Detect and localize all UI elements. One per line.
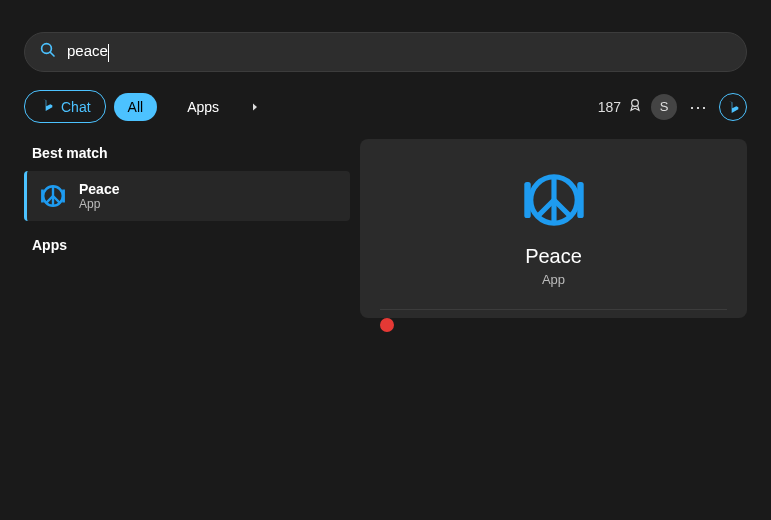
svg-rect-8 xyxy=(62,190,65,203)
detail-panel: Peace App xyxy=(360,139,747,318)
divider xyxy=(380,309,727,310)
search-bar[interactable]: peace xyxy=(24,32,747,72)
best-match-subtitle: App xyxy=(79,197,119,211)
best-match-heading: Best match xyxy=(24,139,350,171)
filter-apps[interactable]: Apps xyxy=(173,93,233,121)
filter-row: Chat All Apps 187 S ⋯ xyxy=(0,90,771,139)
rewards-points[interactable]: 187 xyxy=(598,97,643,116)
peace-app-icon xyxy=(39,182,67,210)
bing-chat-icon xyxy=(39,97,55,116)
search-icon xyxy=(39,41,57,63)
svg-point-2 xyxy=(632,100,639,107)
best-match-title: Peace xyxy=(79,181,119,197)
apps-heading: Apps xyxy=(24,231,350,263)
svg-rect-13 xyxy=(524,182,530,218)
filter-all[interactable]: All xyxy=(114,93,158,121)
rewards-icon xyxy=(627,97,643,116)
user-avatar[interactable]: S xyxy=(651,94,677,120)
svg-rect-14 xyxy=(577,182,583,218)
svg-line-1 xyxy=(50,52,54,56)
search-input[interactable]: peace xyxy=(67,42,732,61)
svg-rect-7 xyxy=(41,190,44,203)
detail-title: Peace xyxy=(380,245,727,268)
best-match-result[interactable]: Peace App xyxy=(24,171,350,221)
bing-button[interactable] xyxy=(719,93,747,121)
chat-pill[interactable]: Chat xyxy=(24,90,106,123)
detail-app-icon xyxy=(380,163,727,245)
filter-more-arrow[interactable] xyxy=(241,95,269,119)
annotation-highlight xyxy=(380,318,394,332)
detail-subtitle: App xyxy=(380,272,727,287)
more-menu[interactable]: ⋯ xyxy=(685,96,711,118)
